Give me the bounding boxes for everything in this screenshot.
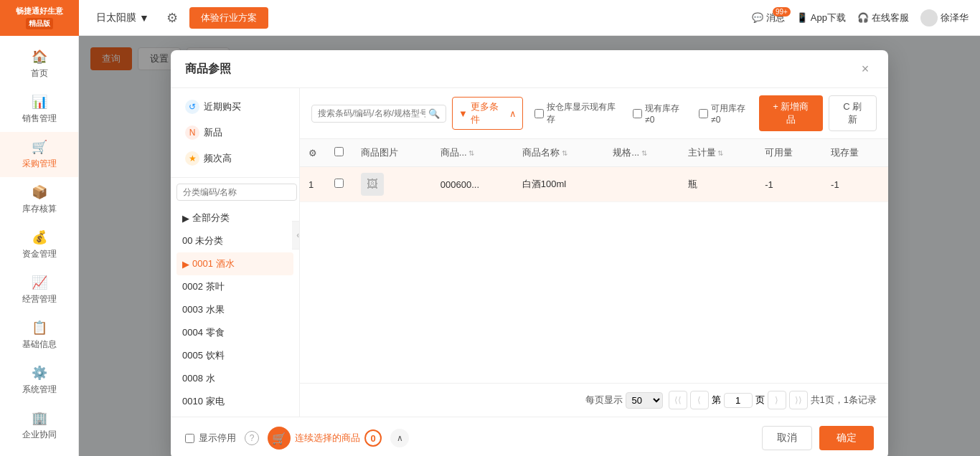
row-available: -1 <box>756 167 822 202</box>
modal-body: ↺ 近期购买 N 新品 ★ 频次高 <box>171 88 888 417</box>
cancel-button[interactable]: 取消 <box>762 426 812 450</box>
pagination-bar: 每页显示 50 100 200 ⟨⟨ ⟨ <box>300 383 888 417</box>
filter-checkboxes: 按仓库显示现有库存 现有库存≠0 可用库存≠0 <box>534 101 753 125</box>
category-0008[interactable]: 0008 水 <box>176 367 293 390</box>
category-all[interactable]: ▶ 全部分类 <box>176 206 293 229</box>
modal-overlay: 商品参照 × ↺ 近期购买 N 新 <box>79 36 980 456</box>
category-0005[interactable]: 0005 饮料 <box>176 344 293 367</box>
frequent-item[interactable]: ★ 频次高 <box>176 146 293 171</box>
more-filter-button[interactable]: ▼ 更多条件 ∧ <box>452 97 523 130</box>
user-menu[interactable]: 徐泽华 <box>920 9 969 27</box>
help-button[interactable]: ? <box>245 431 259 445</box>
first-page-button[interactable]: ⟨⟨ <box>669 391 687 409</box>
content-area: 查询 设置 刷新 商品参照 × <box>79 36 980 456</box>
sales-icon: 📊 <box>32 94 47 110</box>
col-code[interactable]: 商品... <box>432 139 514 167</box>
warehouse-stock-checkbox[interactable]: 按仓库显示现有库存 <box>534 101 621 125</box>
page-navigation: ⟨⟨ ⟨ 第 页 ⟩ ⟩⟩ 共1页，1条记录 <box>669 391 877 409</box>
messages-button[interactable]: 💬 消息 99+ <box>752 11 785 24</box>
tenant-dropdown[interactable]: 日太阳膜 ▼ <box>90 9 155 27</box>
sidebar-item-enterprise[interactable]: 🏢 企业协同 <box>0 403 78 448</box>
finance-icon: 💰 <box>32 229 47 245</box>
show-disabled-checkbox[interactable]: 显示停用 <box>185 432 236 445</box>
settings-icon[interactable]: ⚙ <box>161 6 184 29</box>
sidebar-item-system[interactable]: ⚙️ 系统管理 <box>0 358 78 403</box>
category-0003[interactable]: 0003 水果 <box>176 298 293 321</box>
refresh-button[interactable]: C 刷新 <box>829 95 877 131</box>
warehouse-stock-check[interactable] <box>534 109 544 118</box>
sidebar-item-purchase[interactable]: 🛒 采购管理 <box>0 132 78 177</box>
new-product-item[interactable]: N 新品 <box>176 120 293 146</box>
category-0002[interactable]: 0002 茶叶 <box>176 275 293 298</box>
available-nonzero-checkbox[interactable]: 可用库存≠0 <box>699 103 753 125</box>
nonzero-stock-check[interactable] <box>633 109 642 118</box>
sidebar-item-home[interactable]: 🏠 首页 <box>0 42 78 87</box>
table-row[interactable]: 1 🖼 000600... 白酒100ml <box>300 167 888 202</box>
available-nonzero-check[interactable] <box>699 109 708 118</box>
product-reference-modal: 商品参照 × ↺ 近期购买 N 新 <box>171 50 888 456</box>
trial-button[interactable]: 体验行业方案 <box>189 7 268 29</box>
online-service-button[interactable]: 🎧 在线客服 <box>857 11 909 24</box>
category-search-input[interactable] <box>176 184 297 201</box>
sidebar-item-finance[interactable]: 💰 资金管理 <box>0 222 78 267</box>
footer-action-buttons: 取消 确定 <box>762 426 874 450</box>
freq-icon: ★ <box>185 151 199 166</box>
toolbar-right-buttons: + 新增商品 C 刷新 <box>759 95 877 131</box>
row-checkbox[interactable] <box>334 179 344 188</box>
sidebar-item-inventory[interactable]: 📦 库存核算 <box>0 177 78 222</box>
category-search-area: 🔍 <box>176 184 293 201</box>
app-logo: 畅捷通好生意 精品版 <box>0 0 79 36</box>
next-page-button[interactable]: ⟩ <box>768 391 786 409</box>
select-all-checkbox[interactable] <box>334 147 344 156</box>
recent-purchase-item[interactable]: ↺ 近期购买 <box>176 94 293 120</box>
modal-sidebar-nav: ↺ 近期购买 N 新品 ★ 频次高 <box>171 88 299 178</box>
cart-icon[interactable]: 🛒 <box>268 427 291 450</box>
new-icon: N <box>185 125 199 140</box>
page-input-area: 第 页 <box>712 393 765 408</box>
last-page-button[interactable]: ⟩⟩ <box>789 391 808 409</box>
sidebar-item-guide[interactable]: 📖 新手引导 <box>0 448 78 456</box>
category-arrow-all: ▶ <box>182 213 189 224</box>
col-image: 商品图片 <box>352 139 432 167</box>
nav-right-actions: 💬 消息 99+ 📱 App下载 🎧 在线客服 徐泽华 <box>752 9 969 27</box>
category-0001[interactable]: ▶ 0001 酒水 <box>176 252 293 275</box>
basic-icon: 📋 <box>32 320 47 336</box>
col-settings[interactable]: ⚙ <box>300 139 326 167</box>
app-download-button[interactable]: 📱 App下载 <box>796 11 846 24</box>
chevron-up-icon: ∧ <box>509 108 517 119</box>
category-00[interactable]: 00 未分类 <box>176 229 293 252</box>
cart-count-badge: 0 <box>364 429 382 447</box>
user-avatar-icon <box>920 9 938 27</box>
col-unit[interactable]: 主计量 <box>679 139 757 167</box>
product-table: ⚙ 商品图片 商品... 商品名称 规格... 主计量 <box>300 139 888 202</box>
system-icon: ⚙️ <box>32 365 47 381</box>
confirm-button[interactable]: 确定 <box>819 426 874 450</box>
filter-icon: ▼ <box>458 108 468 119</box>
modal-close-button[interactable]: × <box>857 60 874 77</box>
search-icon[interactable]: 🔍 <box>428 108 440 119</box>
show-disabled-check[interactable] <box>185 434 194 443</box>
row-stock: -1 <box>822 167 888 202</box>
footer-collapse-button[interactable]: ∧ <box>390 429 409 447</box>
sidebar-collapse-button[interactable]: « <box>292 221 300 250</box>
sidebar-item-basic[interactable]: 📋 基础信息 <box>0 313 78 358</box>
home-icon: 🏠 <box>32 49 47 65</box>
col-available: 可用量 <box>756 139 822 167</box>
col-spec[interactable]: 规格... <box>604 139 679 167</box>
main-layout: 🏠 首页 📊 销售管理 🛒 采购管理 📦 库存核算 💰 资金管理 📈 经营管理 … <box>0 36 980 456</box>
col-checkbox <box>326 139 352 167</box>
category-0004[interactable]: 0004 零食 <box>176 321 293 344</box>
modal-header: 商品参照 × <box>171 50 888 88</box>
col-stock: 现存量 <box>822 139 888 167</box>
page-number-input[interactable] <box>724 393 753 408</box>
sidebar-item-sales[interactable]: 📊 销售管理 <box>0 87 78 132</box>
category-0010[interactable]: 0010 家电 <box>176 390 293 413</box>
add-product-button[interactable]: + 新增商品 <box>759 95 823 131</box>
product-search-input[interactable] <box>318 108 425 118</box>
nonzero-stock-checkbox[interactable]: 现有库存≠0 <box>633 103 687 125</box>
per-page-select[interactable]: 50 100 200 <box>626 392 663 409</box>
product-table-container: ⚙ 商品图片 商品... 商品名称 规格... 主计量 <box>300 139 888 383</box>
col-name[interactable]: 商品名称 <box>514 139 605 167</box>
prev-page-button[interactable]: ⟨ <box>690 391 709 409</box>
sidebar-item-operations[interactable]: 📈 经营管理 <box>0 267 78 313</box>
